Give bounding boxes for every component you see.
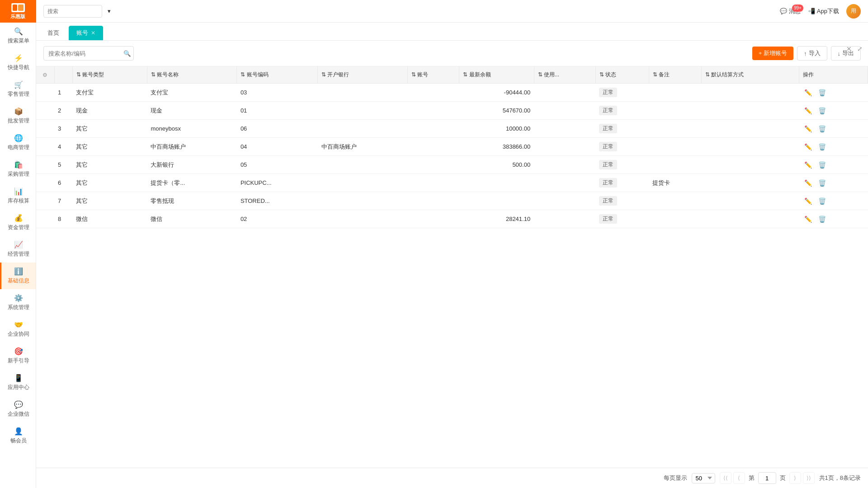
delete-button[interactable]: 🗑️ xyxy=(816,160,828,169)
search-icon: 🔍 xyxy=(123,50,131,57)
col-name[interactable]: ⇅ 账号名称 xyxy=(147,66,236,84)
topbar-dropdown[interactable]: ▾ xyxy=(108,8,111,14)
edit-button[interactable]: ✏️ xyxy=(802,142,814,151)
import-button[interactable]: ↑ 导入 xyxy=(797,46,827,61)
pagination-controls: ⟨⟨ ⟨ 第 页 ⟩ ⟩⟩ xyxy=(720,472,815,484)
search-input[interactable] xyxy=(44,48,121,59)
delete-button[interactable]: 🗑️ xyxy=(816,215,828,224)
maximize-window-button[interactable]: ⤢ xyxy=(855,44,864,53)
sidebar-item-operation[interactable]: 📈 经营管理 xyxy=(0,236,36,263)
sidebar-item-basic-info[interactable]: ℹ️ 基础信息 xyxy=(0,263,36,289)
row-status: 正常 xyxy=(595,138,649,156)
sidebar-item-retail[interactable]: 🛒 零售管理 xyxy=(0,76,36,103)
sidebar-item-label: 采购管理 xyxy=(8,170,29,178)
col-default-settle[interactable]: ⇅ 默认结算方式 xyxy=(701,66,799,84)
row-settings-cell xyxy=(36,210,54,228)
col-remark[interactable]: ⇅ 备注 xyxy=(649,66,701,84)
col-bank[interactable]: ⇅ 开户银行 xyxy=(318,66,407,84)
app-center-icon: 📱 xyxy=(14,374,23,382)
page-next-button[interactable]: ⟩ xyxy=(789,472,801,484)
edit-button[interactable]: ✏️ xyxy=(802,215,814,224)
app-download-button[interactable]: 📲 App下载 xyxy=(808,7,839,15)
tab-account-close[interactable]: ✕ xyxy=(91,30,95,36)
delete-button[interactable]: 🗑️ xyxy=(816,142,828,151)
row-remark: 提货卡 xyxy=(649,174,701,192)
sidebar-item-purchase[interactable]: 🛍️ 采购管理 xyxy=(0,156,36,183)
col-num xyxy=(54,66,72,84)
sidebar-item-member[interactable]: 👤 畅会员 xyxy=(0,422,36,449)
delete-button[interactable]: 🗑️ xyxy=(816,178,828,188)
delete-button[interactable]: 🗑️ xyxy=(816,124,828,133)
status-badge: 正常 xyxy=(599,196,617,206)
search-button[interactable]: 🔍 xyxy=(121,47,133,60)
topbar-search-input[interactable] xyxy=(43,5,102,18)
col-account[interactable]: ⇅ 账号 xyxy=(407,66,459,84)
sidebar-item-label: 资金管理 xyxy=(8,224,29,231)
sidebar-item-system[interactable]: ⚙️ 系统管理 xyxy=(0,289,36,316)
pagination-footer: 每页显示 50 10 20 100 ⟨⟨ ⟨ 第 页 ⟩ ⟩⟩ 共1页，8条记录 xyxy=(36,468,868,488)
close-window-button[interactable]: ✕ xyxy=(844,44,854,53)
sidebar-item-quick-nav[interactable]: ⚡ 快捷导航 xyxy=(0,49,36,76)
col-usage[interactable]: ⇅ 使用... xyxy=(534,66,595,84)
sidebar-item-guide[interactable]: 🎯 新手引导 xyxy=(0,343,36,369)
row-type: 其它 xyxy=(72,192,147,210)
page-number-input[interactable] xyxy=(758,472,776,484)
message-button[interactable]: 💬 消息 99+ xyxy=(780,7,801,15)
edit-button[interactable]: ✏️ xyxy=(802,197,814,206)
row-status: 正常 xyxy=(595,192,649,210)
col-balance[interactable]: ⇅ 最新余额 xyxy=(459,66,534,84)
page-last-button[interactable]: ⟩⟩ xyxy=(803,472,815,484)
row-remark xyxy=(649,120,701,138)
edit-button[interactable]: ✏️ xyxy=(802,106,814,115)
edit-button[interactable]: ✏️ xyxy=(802,178,814,188)
row-code: 04 xyxy=(237,138,318,156)
per-page-select[interactable]: 50 10 20 100 xyxy=(692,473,715,483)
wholesale-icon: 📦 xyxy=(14,107,23,116)
tab-home[interactable]: 首页 xyxy=(40,26,67,40)
tab-account[interactable]: 账号 ✕ xyxy=(69,26,103,40)
row-usage xyxy=(534,138,595,156)
sidebar-item-enterprise[interactable]: 🤝 企业协同 xyxy=(0,316,36,343)
row-action: ✏️ 🗑️ xyxy=(799,120,868,138)
edit-button[interactable]: ✏️ xyxy=(802,124,814,133)
content-header: 🔍 + 新增账号 ↑ 导入 ↓ 导出 xyxy=(36,41,868,66)
sidebar-item-wholesale[interactable]: 📦 批发管理 xyxy=(0,103,36,129)
table-row: 2 现金 现金 01 547670.00 正常 ✏️ 🗑️ xyxy=(36,102,868,120)
row-balance: 500.00 xyxy=(459,156,534,174)
row-bank xyxy=(318,174,407,192)
delete-button[interactable]: 🗑️ xyxy=(816,106,828,115)
sidebar-item-finance[interactable]: 💰 资金管理 xyxy=(0,209,36,236)
sidebar-item-app-center[interactable]: 📱 应用中心 xyxy=(0,369,36,396)
status-badge: 正常 xyxy=(599,88,617,97)
sidebar-item-ecommerce[interactable]: 🌐 电商管理 xyxy=(0,129,36,156)
add-account-button[interactable]: + 新增账号 xyxy=(752,47,793,60)
svg-rect-1 xyxy=(18,5,24,11)
export-icon: ↓ xyxy=(838,50,841,57)
col-type[interactable]: ⇅ 账号类型 xyxy=(72,66,147,84)
row-account xyxy=(407,84,459,102)
col-settings[interactable]: ⚙ xyxy=(36,66,54,84)
row-status: 正常 xyxy=(595,84,649,102)
row-bank xyxy=(318,84,407,102)
sidebar-item-search-menu[interactable]: 🔍 搜索菜单 xyxy=(0,23,36,49)
delete-button[interactable]: 🗑️ xyxy=(816,88,828,97)
table-row: 6 其它 提货卡（零... PICKUPC... 正常 提货卡 ✏️ 🗑️ xyxy=(36,174,868,192)
page-first-button[interactable]: ⟨⟨ xyxy=(720,472,731,484)
delete-button[interactable]: 🗑️ xyxy=(816,197,828,206)
col-code[interactable]: ⇅ 账号编码 xyxy=(237,66,318,84)
row-account xyxy=(407,174,459,192)
sidebar-item-wechat[interactable]: 💬 企业微信 xyxy=(0,396,36,422)
edit-button[interactable]: ✏️ xyxy=(802,160,814,169)
sidebar-item-inventory[interactable]: 📊 库存核算 xyxy=(0,183,36,209)
user-avatar[interactable]: 用 xyxy=(846,4,861,19)
row-remark xyxy=(649,156,701,174)
table-header-row: ⚙ ⇅ 账号类型 ⇅ 账号名称 ⇅ 账号编码 ⇅ 开户银行 ⇅ 账号 ⇅ 最新余… xyxy=(36,66,868,84)
col-status[interactable]: ⇅ 状态 xyxy=(595,66,649,84)
page-prev-button[interactable]: ⟨ xyxy=(733,472,745,484)
row-balance: 28241.10 xyxy=(459,210,534,228)
status-badge: 正常 xyxy=(599,160,617,169)
row-num: 4 xyxy=(54,138,72,156)
edit-button[interactable]: ✏️ xyxy=(802,88,814,97)
status-badge: 正常 xyxy=(599,178,617,188)
member-icon: 👤 xyxy=(14,427,23,436)
